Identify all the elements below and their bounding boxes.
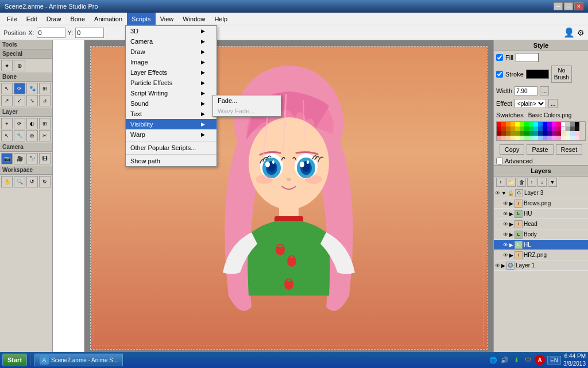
menu-camera[interactable]: Camera▶ (126, 36, 216, 47)
swatch[interactable] (524, 136, 529, 140)
fill-checkbox[interactable] (496, 54, 503, 61)
swatch[interactable] (538, 126, 543, 131)
menu-3d[interactable]: 3D▶ (126, 26, 216, 36)
eye-icon[interactable]: 👁 (495, 190, 500, 196)
swatch[interactable] (506, 136, 510, 140)
fill-color-box[interactable] (516, 53, 539, 62)
eye-icon[interactable]: 👁 (503, 232, 508, 237)
menu-visibility[interactable]: Visibility▶ (126, 119, 216, 129)
layer-tool-4[interactable]: ⊞ (39, 118, 51, 129)
swatch[interactable] (570, 131, 575, 136)
tool-2[interactable]: ⊕ (14, 60, 25, 71)
eye-icon[interactable]: 👁 (503, 211, 508, 217)
eye-icon[interactable]: 👁 (503, 201, 508, 206)
effect-options-button[interactable]: ... (548, 99, 558, 108)
swatch[interactable] (515, 136, 520, 140)
menu-scripts[interactable]: Scripts (127, 13, 156, 25)
swatch[interactable] (524, 131, 529, 136)
layer-item-body[interactable]: 👁 ▶ L Body (494, 229, 588, 240)
swatch[interactable] (556, 136, 561, 140)
menu-draw-script[interactable]: Draw▶ (126, 47, 216, 57)
swatch[interactable] (561, 126, 566, 131)
swatch[interactable] (510, 126, 515, 131)
layer-tool-6[interactable]: 🔧 (14, 130, 25, 141)
swatch[interactable] (566, 126, 570, 131)
swatch[interactable] (566, 136, 570, 140)
swatch[interactable] (552, 122, 556, 126)
workspace-tool-4[interactable]: ↻ (39, 176, 51, 187)
swatch[interactable] (566, 122, 570, 126)
layer-tool-8[interactable]: ✂ (39, 130, 51, 141)
x-input[interactable] (37, 28, 65, 38)
menu-script-writing[interactable]: Script Writing▶ (126, 88, 216, 98)
layer-options-button[interactable]: ▼ (548, 178, 557, 187)
layer-item-brows[interactable]: 👁 ▶ I Brows.png (494, 198, 588, 209)
layer-item-layer1[interactable]: 👁 ▶ 🔘 Layer 1 (494, 260, 588, 271)
bone-tool-6[interactable]: ↙ (14, 95, 25, 106)
menu-bone[interactable]: Bone (65, 13, 90, 25)
effect-select[interactable]: <plain> (514, 99, 546, 108)
menu-layer-effects[interactable]: Layer Effects▶ (126, 67, 216, 78)
swatch[interactable] (506, 131, 510, 136)
camera-tool-4[interactable]: 🎞 (39, 153, 51, 164)
menu-warp[interactable]: Warp▶ (126, 129, 216, 140)
menu-image[interactable]: Image▶ (126, 57, 216, 67)
swatch[interactable] (510, 136, 515, 140)
eye-icon[interactable]: 👁 (503, 242, 508, 248)
layer-item-layer3[interactable]: 👁 ▼ 🔒 G Layer 3 (494, 188, 588, 198)
stroke-checkbox[interactable] (496, 71, 503, 78)
swatch[interactable] (543, 122, 547, 126)
swatch[interactable] (520, 122, 524, 126)
layer-tool-1[interactable]: + (1, 118, 13, 129)
layer-down-button[interactable]: ↓ (537, 178, 547, 187)
swatch[interactable] (570, 136, 575, 140)
stroke-color-box[interactable] (526, 70, 549, 79)
swatch[interactable] (524, 122, 529, 126)
swatch[interactable] (501, 131, 506, 136)
swatch[interactable] (497, 136, 501, 140)
swatch[interactable] (575, 136, 579, 140)
swatch[interactable] (575, 131, 579, 136)
layer-tool-7[interactable]: ⊕ (26, 130, 38, 141)
workspace-tool-3[interactable]: ↺ (26, 176, 38, 187)
swatch[interactable] (501, 122, 506, 126)
close-button[interactable]: ✕ (574, 2, 583, 10)
language-indicator[interactable]: EN (547, 356, 561, 365)
submenu-wavy-fade[interactable]: Wavy Fade... (213, 106, 281, 116)
start-button[interactable]: Start (2, 354, 27, 366)
swatch[interactable] (543, 136, 547, 140)
swatch[interactable] (533, 122, 538, 126)
swatch[interactable] (501, 126, 506, 131)
swatch[interactable] (533, 136, 538, 140)
menu-window[interactable]: Window (178, 13, 210, 25)
bone-tool-8[interactable]: ⊿ (39, 95, 51, 106)
layer-item-head[interactable]: 👁 ▶ I Head (494, 219, 588, 229)
swatch[interactable] (529, 136, 533, 140)
swatch[interactable] (566, 131, 570, 136)
swatch[interactable] (529, 131, 533, 136)
minimize-button[interactable]: ─ (554, 2, 563, 10)
eye-icon[interactable]: 👁 (503, 221, 508, 227)
swatch[interactable] (520, 136, 524, 140)
swatch[interactable] (575, 126, 579, 131)
eye-icon[interactable]: 👁 (503, 252, 508, 258)
restore-button[interactable]: □ (564, 2, 573, 10)
bone-tool-7[interactable]: ↘ (26, 95, 38, 106)
swatch[interactable] (552, 136, 556, 140)
swatch[interactable] (570, 126, 575, 131)
eye-icon[interactable]: 👁 (495, 263, 500, 269)
swatch[interactable] (538, 136, 543, 140)
swatch[interactable] (547, 136, 552, 140)
layer-new-button[interactable]: + (496, 178, 505, 187)
swatch[interactable] (556, 126, 561, 131)
swatch[interactable] (501, 136, 506, 140)
menu-sound[interactable]: Sound▶ (126, 98, 216, 109)
copy-button[interactable]: Copy (500, 144, 525, 155)
swatch[interactable] (510, 131, 515, 136)
layer-delete-button[interactable]: 🗑 (517, 178, 526, 187)
menu-animation[interactable]: Animation (90, 13, 127, 25)
swatch[interactable] (547, 131, 552, 136)
layer-tool-3[interactable]: ◐ (26, 118, 38, 129)
swatch[interactable] (556, 131, 561, 136)
swatch[interactable] (506, 126, 510, 131)
